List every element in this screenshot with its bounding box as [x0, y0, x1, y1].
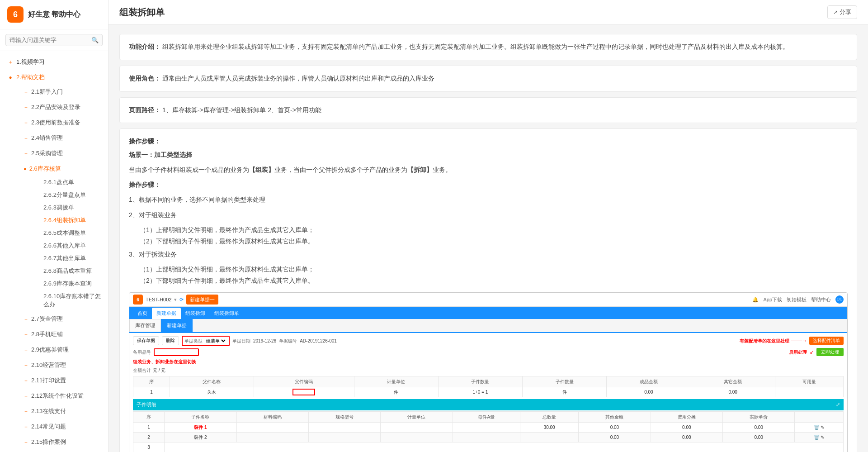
sys-lower-title: 子件明细 [137, 400, 156, 409]
plus-icon: ＋ [7, 59, 14, 65]
sys-lower-th-other: 其他金额 [579, 412, 651, 423]
logo-area: 6 好生意 帮助中心 [0, 0, 108, 29]
search-box[interactable]: 🔍 [5, 34, 103, 46]
sub-plus-icon: ＋ [24, 135, 28, 142]
nav-item-268[interactable]: 2.6.8商品成本重算 [40, 265, 108, 277]
sys-btn-delete[interactable]: 删除 [162, 336, 179, 345]
sys-tab-inventory[interactable]: 库存管理 [129, 319, 161, 332]
table-row: 2 裂件 2 0.00 0.00 0.00 [133, 433, 844, 442]
sys-refresh-icon: ⟳ [179, 295, 184, 304]
sys-company: TEST-H002 [146, 295, 171, 304]
nav-sub-23-header[interactable]: ＋ 2.3使用前数据准备 [16, 115, 108, 130]
sub-plus-icon: ＋ [24, 423, 28, 430]
step2: 2、对于组装业务 [129, 209, 848, 221]
sys-dropdown-icon: ▾ [174, 295, 177, 304]
step2-sub2: （2）下部明细为子件明细，最终作为原材料生成其它出库单。 [129, 236, 848, 247]
nav-item-269[interactable]: 2.6.9库存账本查询 [40, 277, 108, 290]
nav-section-videos-header[interactable]: ＋ 1.视频学习 [0, 55, 108, 69]
sys-btn-new[interactable]: 新建单据一 [186, 295, 218, 305]
nav-sub-21-header[interactable]: ＋ 2.1新手入门 [16, 85, 108, 99]
sub-plus-icon: ＋ [24, 439, 28, 446]
sub-plus-icon: ＋ [24, 347, 28, 353]
scene1-title: 场景一：加工类型选择 [129, 150, 848, 161]
nav-sub-26-header[interactable]: ● 2.6库存核算 [16, 162, 108, 176]
nav-sub-27-header[interactable]: ＋ 2.7资金管理 [16, 312, 108, 326]
nav-sub-section-22: ＋ 2.2产品安装及登录 [16, 100, 108, 114]
sys-upper-th-amt: 成品金额 [607, 376, 691, 387]
nav-item-264[interactable]: 2.6.4组装拆卸单 [40, 214, 108, 227]
nav-item-266[interactable]: 2.6.6其他入库单 [40, 239, 108, 252]
sys-nav-bar: 首页 新建单据 组装拆卸 组装拆卸单 [129, 307, 847, 319]
sys-tab-new-doc[interactable]: 新建单据 [161, 319, 193, 332]
search-icon[interactable]: 🔍 [91, 37, 99, 43]
sub-plus-icon: ＋ [24, 331, 28, 338]
sys-status-input[interactable] [154, 348, 199, 356]
sys-upper-table: 序 父件名称 父件编码 计量单位 子件数量 子件数量 成品金额 其它金额 可用量 [133, 376, 844, 397]
nav-sub-28-header[interactable]: ＋ 2.8手机旺铺 [16, 327, 108, 342]
nav-sub-section-29: ＋ 2.9优惠券管理 [16, 343, 108, 357]
sys-upper-th-other: 其它金额 [691, 376, 775, 387]
sys-ref-label: 单据编号 [279, 337, 297, 345]
scene1-desc: 当由多个子件材料组装成一个成品的业务为【组装】业务，当由一个父件拆分成多个子产品… [129, 164, 848, 176]
sys-nav-new[interactable]: 新建单据 [152, 308, 181, 319]
nav-item-265[interactable]: 2.6.5成本调整单 [40, 227, 108, 239]
nav-sub-section-214: ＋ 2.14常见问题 [16, 419, 108, 434]
nav-sub-211-header[interactable]: ＋ 2.11打印设置 [16, 373, 108, 388]
search-area: 🔍 [0, 29, 108, 51]
nav-sub-section-213: ＋ 2.13在线支付 [16, 404, 108, 419]
sys-nav-assemble[interactable]: 组装拆卸 [181, 308, 210, 319]
nav-item-267[interactable]: 2.6.7其他出库单 [40, 252, 108, 265]
sys-nav-home[interactable]: 首页 [133, 308, 152, 319]
sys-nav-assemble-list[interactable]: 组装拆卸单 [210, 308, 244, 319]
sys-title-left: 6 TEST-H002 ▾ ⟳ 新建单据一 [133, 295, 218, 305]
sys-expand-icon[interactable]: ⤢ [836, 400, 840, 409]
nav-section-docs-header[interactable]: ● 2.帮助文档 [0, 70, 108, 85]
nav-sub-25-header[interactable]: ＋ 2.5采购管理 [16, 146, 108, 161]
sys-upper-th-qty2: 子件数量 [523, 376, 607, 387]
sys-type-selector: 单据类型 组装单拆卸单 [182, 336, 230, 346]
nav-sub-22-header[interactable]: ＋ 2.2产品安装及登录 [16, 100, 108, 114]
sys-date-label: 单据日期 [232, 337, 250, 345]
func-intro-block: 功能介绍： 组装拆卸单用来处理企业组装或拆卸等加工业务，支持有固定装配清单的产品… [119, 34, 857, 60]
nav-sub-24-header[interactable]: ＋ 2.4销售管理 [16, 131, 108, 145]
nav-item-2610[interactable]: 2.6.10库存账本错了怎么办 [40, 290, 108, 311]
nav-sub-214-header[interactable]: ＋ 2.14常见问题 [16, 419, 108, 434]
nav-item-262[interactable]: 2.6.2分量盘点单 [40, 189, 108, 201]
sys-btn-save[interactable]: 保存单据 [133, 336, 159, 345]
nav-sub-212-header[interactable]: ＋ 2.12系统个性化设置 [16, 389, 108, 403]
nav-sub-section-26: ● 2.6库存核算 2.6.1盘点单 2.6.2分量盘点单 2.6.3调拨单 2… [16, 162, 108, 311]
nav-sub-210-header[interactable]: ＋ 2.10经营管理 [16, 358, 108, 372]
sys-lower-th-name: 子件名称 [165, 412, 236, 423]
sys-title-bar: 6 TEST-H002 ▾ ⟳ 新建单据一 🔔 App下载 初始模板 帮助中心 … [129, 293, 847, 307]
nav-sub-section-21: ＋ 2.1新手入门 [16, 85, 108, 99]
sys-type-label: 单据类型 [184, 337, 203, 345]
sub-plus-icon: ＋ [24, 316, 28, 323]
table-row: 3 [133, 442, 844, 452]
nav-sub-section-215: ＋ 2.15操作案例 [16, 435, 108, 449]
sys-upper-th-qty1: 子件数量 [438, 376, 522, 387]
page-title: 组装拆卸单 [119, 6, 165, 19]
sys-template-link: 初始模板 [787, 295, 807, 304]
main-content: 组装拆卸单 ↗ 分享 功能介绍： 组装拆卸单用来处理企业组装或拆卸等加工业务，支… [108, 0, 868, 452]
sys-lower-th-seq: 序 [133, 412, 165, 423]
sys-lower-th-share: 费用分摊 [651, 412, 722, 423]
sub-plus-icon: ＋ [24, 119, 28, 126]
share-button[interactable]: ↗ 分享 [827, 5, 857, 19]
nav-sub-29-header[interactable]: ＋ 2.9优惠券管理 [16, 343, 108, 357]
search-input[interactable] [9, 37, 91, 43]
sys-help-link: 帮助中心 [811, 295, 831, 304]
sys-type-select[interactable]: 组装单拆卸单 [204, 338, 227, 344]
sys-lower-th-code: 材料编码 [236, 412, 308, 423]
nav-sub-section-24: ＋ 2.4销售管理 [16, 131, 108, 145]
nav-item-261[interactable]: 2.6.1盘点单 [40, 176, 108, 189]
sys-parent-code-input[interactable] [292, 389, 315, 395]
nav-item-263[interactable]: 2.6.3调拨单 [40, 201, 108, 214]
step3-sub1: （1）上部明细为父件明细，最终作为原材料生成其它出库单； [129, 264, 848, 275]
sub-plus-icon: ＋ [24, 408, 28, 415]
sys-confirm-btn[interactable]: 立即处理 [816, 348, 844, 356]
nav-sub-215-header[interactable]: ＋ 2.15操作案例 [16, 435, 108, 449]
sys-select-bom-btn[interactable]: 选择配件清单 [809, 337, 844, 345]
sub-minus-icon: ● [24, 166, 27, 171]
sub-plus-icon: ＋ [24, 89, 28, 95]
nav-sub-213-header[interactable]: ＋ 2.13在线支付 [16, 404, 108, 419]
